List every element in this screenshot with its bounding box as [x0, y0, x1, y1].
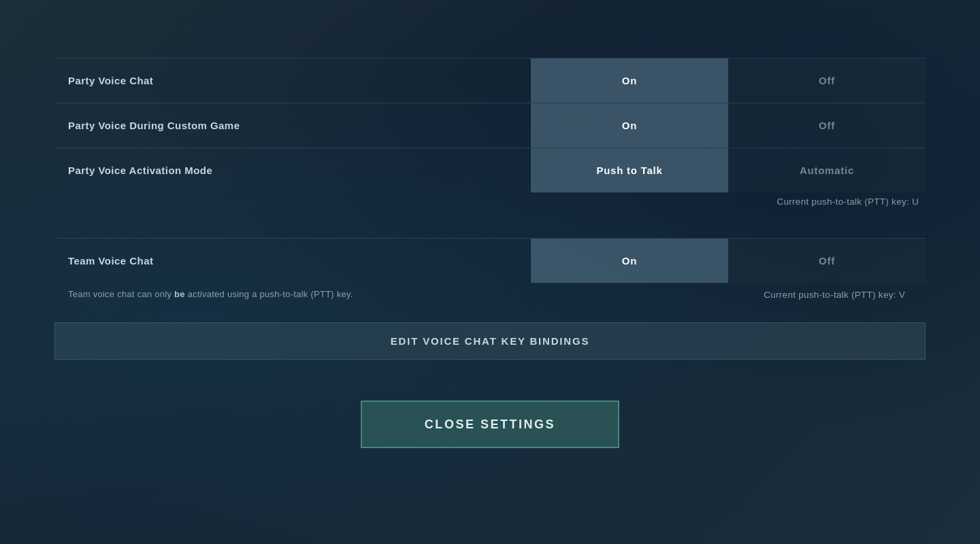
- team-voice-chat-off-btn[interactable]: Off: [728, 239, 926, 283]
- party-voice-chat-row: Party Voice Chat On Off: [54, 58, 926, 103]
- party-voice-custom-game-toggle: On Off: [531, 103, 926, 148]
- party-voice-custom-game-row: Party Voice During Custom Game On Off: [54, 103, 926, 148]
- party-voice-activation-label: Party Voice Activation Mode: [54, 165, 531, 176]
- team-voice-info-row: Team voice chat can only be activated us…: [54, 283, 926, 309]
- section-divider: [54, 211, 926, 238]
- party-voice-activation-auto-btn[interactable]: Automatic: [728, 148, 926, 192]
- party-voice-custom-game-off-btn[interactable]: Off: [728, 103, 926, 148]
- team-voice-chat-row: Team Voice Chat On Off: [54, 238, 926, 283]
- edit-keybindings-button[interactable]: EDIT VOICE CHAT KEY BINDINGS: [54, 322, 926, 360]
- team-voice-desc-plain: Team voice chat can only: [68, 289, 174, 299]
- party-voice-activation-row: Party Voice Activation Mode Push to Talk…: [54, 148, 926, 192]
- close-settings-area: CLOSE SETTINGS: [54, 401, 926, 448]
- team-ptt-key-info: Current push-to-talk (PTT) key: V: [544, 290, 912, 300]
- team-voice-chat-toggle: On Off: [531, 239, 926, 283]
- team-voice-chat-on-btn[interactable]: On: [531, 239, 728, 283]
- party-voice-chat-toggle: On Off: [531, 58, 926, 103]
- team-voice-desc-bold: be: [174, 289, 185, 299]
- party-voice-chat-on-btn[interactable]: On: [531, 58, 728, 103]
- close-settings-button[interactable]: CLOSE SETTINGS: [361, 401, 619, 448]
- party-voice-chat-off-btn[interactable]: Off: [728, 58, 926, 103]
- party-voice-activation-ptt-btn[interactable]: Push to Talk: [531, 148, 728, 192]
- party-ptt-key-info: Current push-to-talk (PTT) key: U: [531, 197, 926, 207]
- party-voice-chat-label: Party Voice Chat: [54, 75, 531, 86]
- party-ptt-key-info-row: Current push-to-talk (PTT) key: U: [54, 192, 926, 211]
- party-voice-activation-toggle: Push to Talk Automatic: [531, 148, 926, 192]
- team-voice-desc-rest: activated using a push-to-talk (PTT) key…: [185, 289, 353, 299]
- party-voice-custom-game-on-btn[interactable]: On: [531, 103, 728, 148]
- team-voice-description: Team voice chat can only be activated us…: [68, 288, 544, 301]
- team-voice-chat-label: Team Voice Chat: [54, 255, 531, 267]
- party-voice-custom-game-label: Party Voice During Custom Game: [54, 120, 531, 131]
